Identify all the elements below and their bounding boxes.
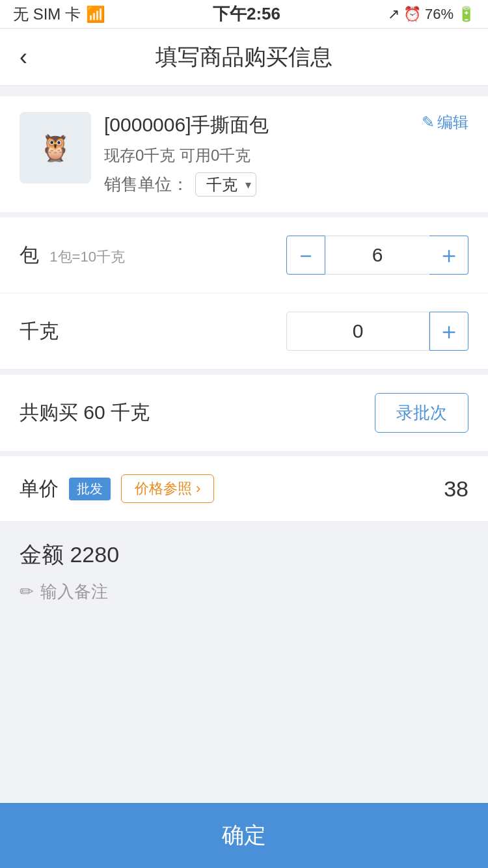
status-time: 下午2:56 [213,3,280,25]
package-quantity-input[interactable] [325,236,429,275]
battery-level: 76% [425,6,454,23]
amount-label: 金额 2280 [20,542,119,567]
summary-row: 共购买 60 千克 录批次 [0,375,488,451]
amount-row: 金额 2280 [20,540,468,570]
product-unit-row: 销售单位： 千克 [104,172,468,197]
product-image: 🦉 [20,112,91,183]
back-button[interactable]: ‹ [20,44,27,71]
kilogram-quantity-control: ＋ [286,312,468,351]
kilogram-increase-button[interactable]: ＋ [429,312,468,351]
product-info: [0000006]手撕面包 现存0千克 可用0千克 销售单位： 千克 [104,112,468,197]
sim-status: 无 SIM 卡 [13,4,81,25]
price-label: 单价 [20,476,59,502]
status-left: 无 SIM 卡 📶 [13,4,105,25]
summary-section: 共购买 60 千克 录批次 [0,370,488,456]
price-section: 单价 批发 价格参照 › 38 [0,456,488,522]
unit-label: 销售单位： [104,173,189,196]
batch-button[interactable]: 录批次 [375,393,468,433]
input-section: 包 1包=10千克 － ＋ 千克 ＋ [0,217,488,370]
location-icon: ↗ [388,6,400,23]
wifi-icon: 📶 [86,5,105,23]
page-title: 填写商品购买信息 [156,42,332,72]
package-increase-button[interactable]: ＋ [429,236,468,275]
edit-link[interactable]: ✎ 编辑 [422,112,468,133]
package-quantity-control: － ＋ [286,236,468,275]
price-ref-button[interactable]: 价格参照 › [121,474,214,503]
battery-icon: 🔋 [457,6,475,23]
package-label: 包 1包=10千克 [20,242,273,269]
edit-label: 编辑 [437,112,468,133]
product-name: [0000006]手撕面包 [104,112,468,139]
price-value: 38 [444,476,468,502]
summary-text: 共购买 60 千克 [20,400,150,426]
kilogram-label: 千克 [20,318,273,345]
status-right: ↗ ⏰ 76% 🔋 [388,6,475,23]
alarm-icon: ⏰ [403,6,421,23]
note-icon: ✏ [20,582,34,602]
kilogram-input-row: 千克 ＋ [0,293,488,370]
confirm-button[interactable]: 确定 [0,803,488,868]
product-thumbnail-icon: 🦉 [39,133,72,163]
unit-select[interactable]: 千克 [195,172,256,197]
product-card: 🦉 [0000006]手撕面包 现存0千克 可用0千克 销售单位： 千克 ✎ 编… [0,96,488,217]
package-input-row: 包 1包=10千克 － ＋ [0,217,488,293]
nav-bar: ‹ 填写商品购买信息 [0,29,488,86]
amount-section: 金额 2280 ✏ 输入备注 [0,522,488,614]
price-tag: 批发 [69,478,111,500]
status-bar: 无 SIM 卡 📶 下午2:56 ↗ ⏰ 76% 🔋 [0,0,488,29]
package-label-text: 包 [20,244,39,265]
note-placeholder: 输入备注 [40,580,108,603]
kilogram-quantity-input[interactable] [286,312,429,351]
package-hint: 1包=10千克 [49,249,125,265]
note-row[interactable]: ✏ 输入备注 [20,580,468,603]
edit-icon: ✎ [422,113,435,131]
product-stock: 现存0千克 可用0千克 [104,145,468,166]
unit-select-wrapper[interactable]: 千克 [195,172,256,197]
package-decrease-button[interactable]: － [286,236,325,275]
